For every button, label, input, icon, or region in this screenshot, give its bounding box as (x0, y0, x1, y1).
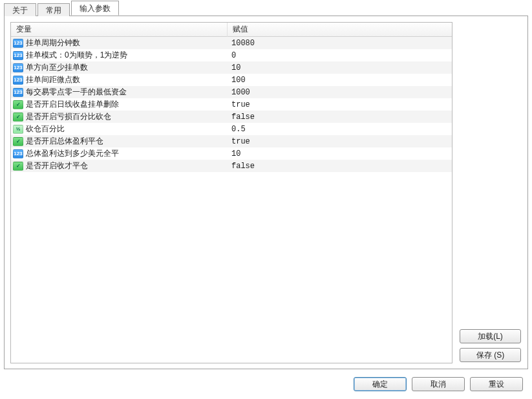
int-type-icon: 123 (13, 63, 23, 72)
table-row[interactable]: 123总体盈利达到多少美元全平10 (11, 147, 452, 160)
table-row[interactable]: ✓是否开启亏损百分比砍仓false (11, 111, 452, 123)
variable-cell: ✓是否开启日线收盘挂单删除 (11, 99, 228, 110)
reset-button[interactable]: 重设 (470, 377, 523, 391)
value-cell[interactable]: true (228, 137, 452, 146)
variable-label: 每交易零点零一手的最低资金 (26, 87, 127, 98)
save-button[interactable]: 保存 (S) (460, 348, 521, 362)
int-type-icon: 123 (13, 39, 23, 48)
variable-label: 砍仓百分比 (26, 124, 65, 135)
table-row[interactable]: 123挂单周期分钟数10080 (11, 37, 452, 49)
variable-cell: ✓是否开启总体盈利平仓 (11, 136, 228, 147)
table-row[interactable]: 123挂单间距微点数100 (11, 74, 452, 86)
ok-button[interactable]: 确定 (354, 377, 407, 391)
variable-label: 是否开启总体盈利平仓 (26, 136, 103, 147)
table-header: 变量 赋值 (11, 23, 452, 37)
variable-cell: 123单方向至少挂单数 (11, 62, 228, 73)
value-cell[interactable]: 100 (228, 76, 452, 85)
cancel-button[interactable]: 取消 (412, 377, 465, 391)
variable-cell: 123挂单间距微点数 (11, 74, 228, 85)
value-cell[interactable]: 0 (228, 51, 452, 60)
table-row[interactable]: ✓是否开启日线收盘挂单删除true (11, 98, 452, 111)
value-cell[interactable]: false (228, 113, 452, 122)
int-type-icon: 123 (13, 88, 23, 97)
col-header-variable[interactable]: 变量 (11, 22, 228, 37)
tab-bar: 关于 常用 输入参数 (0, 0, 532, 16)
variable-cell: 123挂单模式：0为顺势，1为逆势 (11, 50, 228, 61)
table-row[interactable]: ✓是否开启收才平仓false (11, 160, 452, 172)
variable-label: 是否开启亏损百分比砍仓 (26, 111, 111, 122)
variable-label: 单方向至少挂单数 (26, 62, 88, 73)
params-panel: 变量 赋值 123挂单周期分钟数10080123挂单模式：0为顺势，1为逆势01… (4, 16, 528, 369)
variable-label: 总体盈利达到多少美元全平 (26, 148, 119, 159)
value-cell[interactable]: true (228, 100, 452, 109)
int-type-icon: 123 (13, 76, 23, 85)
variable-label: 挂单间距微点数 (26, 74, 80, 85)
tab-common-label: 常用 (46, 6, 61, 15)
bottom-button-bar: 确定 取消 重设 (354, 377, 523, 391)
int-type-icon: 123 (13, 51, 23, 60)
load-button[interactable]: 加载(L) (460, 329, 521, 343)
table-row[interactable]: ½砍仓百分比0.5 (11, 123, 452, 135)
tab-about[interactable]: 关于 (4, 3, 36, 16)
value-cell[interactable]: 0.5 (228, 125, 452, 134)
int-type-icon: 123 (13, 149, 23, 158)
variable-cell: 123挂单周期分钟数 (11, 38, 228, 49)
value-cell[interactable]: 10080 (228, 39, 452, 48)
col-header-value[interactable]: 赋值 (228, 22, 452, 37)
bool-type-icon: ✓ (13, 137, 23, 146)
value-cell[interactable]: false (228, 162, 452, 171)
value-cell[interactable]: 10 (228, 63, 452, 72)
variable-label: 是否开启收才平仓 (26, 160, 88, 171)
tab-common[interactable]: 常用 (37, 3, 70, 16)
side-buttons: 加载(L) 保存 (S) (460, 329, 521, 362)
variable-cell: ½砍仓百分比 (11, 124, 228, 135)
variable-cell: 123总体盈利达到多少美元全平 (11, 148, 228, 159)
variable-label: 是否开启日线收盘挂单删除 (26, 99, 119, 110)
table-row[interactable]: 123单方向至少挂单数10 (11, 61, 452, 74)
variable-label: 挂单模式：0为顺势，1为逆势 (26, 50, 127, 61)
table-row[interactable]: ✓是否开启总体盈利平仓true (11, 135, 452, 147)
variable-cell: 123每交易零点零一手的最低资金 (11, 87, 228, 98)
table-row[interactable]: 123挂单模式：0为顺势，1为逆势0 (11, 49, 452, 61)
table-row[interactable]: 123每交易零点零一手的最低资金1000 (11, 86, 452, 98)
value-cell[interactable]: 10 (228, 149, 452, 158)
tab-about-label: 关于 (12, 6, 28, 15)
float-type-icon: ½ (13, 125, 23, 134)
variable-cell: ✓是否开启亏损百分比砍仓 (11, 111, 228, 122)
tab-params-label: 输入参数 (80, 4, 111, 13)
tab-input-params[interactable]: 输入参数 (71, 1, 119, 16)
table-body: 123挂单周期分钟数10080123挂单模式：0为顺势，1为逆势0123单方向至… (11, 37, 452, 172)
variable-cell: ✓是否开启收才平仓 (11, 160, 228, 171)
bool-type-icon: ✓ (13, 162, 23, 171)
value-cell[interactable]: 1000 (228, 88, 452, 97)
params-table: 变量 赋值 123挂单周期分钟数10080123挂单模式：0为顺势，1为逆势01… (10, 22, 452, 363)
bool-type-icon: ✓ (13, 100, 23, 109)
variable-label: 挂单周期分钟数 (26, 38, 80, 49)
bool-type-icon: ✓ (13, 113, 23, 122)
